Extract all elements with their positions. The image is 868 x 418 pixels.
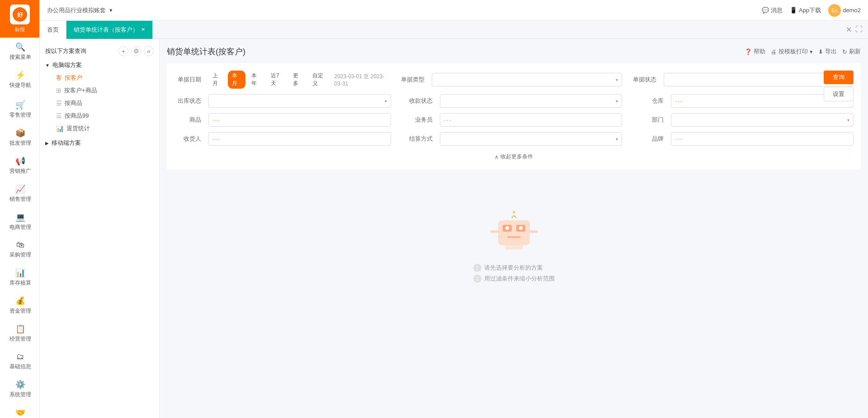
svg-point-11 (513, 211, 515, 214)
sidebar-item-inventory[interactable]: 📊 库存核算 (0, 263, 39, 291)
finance-icon: 💰 (15, 296, 25, 306)
settlement-select[interactable]: ▾ (440, 132, 623, 146)
out-status-select[interactable]: ▾ (208, 94, 391, 108)
filter-area: 查询 设置 单据日期 上月 本月 本年 近7天 更多 自定义 (167, 63, 861, 170)
help-button[interactable]: ❓ 帮助 (745, 48, 765, 56)
receiver-select[interactable]: ··· (208, 132, 391, 146)
sidebar-item-basic[interactable]: 🗂 基础信息 (0, 347, 39, 375)
close-window-icon[interactable]: ✕ (846, 25, 852, 34)
sub-item-icon: ⊞ (56, 87, 61, 94)
tree-item-by-goods-99[interactable]: ☰ 按商品99 (40, 109, 159, 122)
out-status-arrow: ▾ (385, 99, 387, 104)
sales-icon: 📈 (15, 184, 25, 194)
sidebar-item-quick-nav[interactable]: ⚡ 快捷导航 (0, 66, 39, 94)
sidebar-item-wholesale[interactable]: 📦 批发管理 (0, 124, 39, 152)
tab-home[interactable]: 首页 (40, 21, 66, 39)
tree-item-label: 按客户+商品 (64, 86, 97, 95)
date-btn-last-7days[interactable]: 近7天 (267, 71, 287, 89)
page-title-text: 销货单统计表(按客户) (167, 46, 245, 57)
department-select[interactable]: ▾ (671, 113, 854, 127)
app-download-label: App下载 (799, 6, 821, 14)
sidebar-item-finance[interactable]: 💰 资金管理 (0, 291, 39, 319)
date-btn-last-month[interactable]: 上月 (208, 71, 226, 89)
tree-group-desktop[interactable]: ▼ 电脑端方案 (40, 59, 159, 71)
sidebar-item-retail[interactable]: 🛒 零售管理 (0, 95, 39, 124)
sidebar-item-operation[interactable]: 📋 经营管理 (0, 319, 39, 347)
receipt-status-select[interactable]: ▾ (440, 94, 623, 108)
date-btn-this-year[interactable]: 本年 (247, 71, 265, 89)
receiver-label: 收货人 (174, 135, 201, 143)
logo-area: 好 标报 (0, 0, 39, 38)
tree-item-label: 按商品99 (65, 112, 89, 120)
export-button[interactable]: ⬇ 导出 (818, 48, 837, 56)
salesperson-select[interactable]: ··· (440, 113, 623, 127)
collapse-button[interactable]: ∧ 收起更多条件 (489, 151, 538, 162)
query-button[interactable]: 查询 (824, 71, 854, 84)
user-area[interactable]: Ea demo2 (828, 4, 861, 17)
app-download-icon: 📱 (790, 7, 797, 14)
right-content: 销货单统计表(按客户) ❓ 帮助 🖨 按模板打印 ▾ ⬇ 导出 (160, 39, 868, 418)
receiver-dots: ··· (212, 135, 221, 142)
settlement-label: 结算方式 (406, 135, 433, 143)
sidebar-item-label: 采购管理 (9, 251, 31, 259)
tree-item-by-goods[interactable]: ☰ 按商品 (40, 97, 159, 109)
sidebar-item-enterprise[interactable]: 🤝 企业协同 (0, 403, 39, 418)
date-label: 单据日期 (174, 76, 201, 84)
date-shortcuts: 上月 本月 本年 近7天 更多 自定义 2023-03-01 至 2023-03… (208, 71, 390, 89)
tree-arrow-mobile: ▶ (45, 141, 49, 146)
tab-close-icon[interactable]: ✕ (141, 27, 145, 33)
date-btn-custom[interactable]: 自定义 (308, 71, 331, 89)
settings-scheme-button[interactable]: ⚙ (131, 46, 141, 56)
retail-icon: 🛒 (15, 100, 25, 110)
tab-sales-stats[interactable]: 销货单统计表（按客户） ✕ (66, 21, 153, 39)
brand-label: 品牌 (637, 135, 664, 143)
tree-group-mobile[interactable]: ▶ 移动端方案 (40, 137, 159, 149)
message-button[interactable]: 💬 消息 (762, 6, 783, 14)
collapse-label: 收起更多条件 (500, 153, 533, 161)
page-title-actions: ❓ 帮助 🖨 按模板打印 ▾ ⬇ 导出 ↻ 刷新 (745, 48, 861, 56)
order-type-select[interactable]: ▾ (432, 73, 622, 86)
app-download-button[interactable]: 📱 App下载 (790, 6, 821, 14)
filter-row-date: 单据日期 上月 本月 本年 近7天 更多 自定义 2023-03-01 至 20… (174, 71, 854, 89)
tree-item-by-customer-goods[interactable]: ⊞ 按客户+商品 (40, 84, 159, 97)
topbar-dropdown[interactable]: ▾ (109, 7, 113, 14)
content-area: 按以下方案查询 + ⚙ « ▼ 电脑端方案 客 按客户 ⊞ 按客户+商品 (40, 39, 868, 418)
tree-item-return-stats[interactable]: 📊 退货统计 (40, 122, 159, 135)
topbar-left: 办公用品行业模拟账套 ▾ (47, 6, 113, 14)
sidebar-item-search[interactable]: 🔍 搜索菜单 (0, 38, 39, 66)
date-btn-this-month[interactable]: 本月 (228, 71, 245, 89)
empty-hint: 1 请先选择要分析的方案 2 用过滤条件来缩小分析范围 (473, 264, 555, 283)
tree-item-by-customer[interactable]: 客 按客户 (40, 71, 159, 84)
hint-item-1: 1 请先选择要分析的方案 (473, 264, 555, 272)
sidebar-item-purchase[interactable]: 🛍 采购管理 (0, 236, 39, 263)
sidebar-item-sales[interactable]: 📈 销售管理 (0, 180, 39, 208)
tree-item-label: 退货统计 (66, 124, 90, 133)
date-btn-more[interactable]: 更多 (289, 71, 307, 89)
sidebar-item-marketing[interactable]: 📢 营销推广 (0, 152, 39, 180)
tab-sales-stats-label: 销货单统计表（按客户） (74, 26, 138, 34)
sidebar-item-system[interactable]: ⚙️ 系统管理 (0, 375, 39, 403)
main-area: 办公用品行业模拟账套 ▾ 💬 消息 📱 App下载 Ea demo2 首页 销货… (40, 0, 868, 418)
sidebar-item-label: 基础信息 (9, 363, 31, 370)
marketing-icon: 📢 (15, 156, 25, 166)
add-scheme-button[interactable]: + (118, 46, 128, 56)
refresh-button[interactable]: ↻ 刷新 (842, 48, 861, 56)
filter-row-receiver: 收货人 ··· 结算方式 ▾ 品牌 ··· (174, 132, 854, 146)
topbar: 办公用品行业模拟账套 ▾ 💬 消息 📱 App下载 Ea demo2 (40, 0, 868, 21)
help-icon: ❓ (745, 48, 752, 55)
print-label: 按模板打印 (778, 48, 808, 56)
receipt-status-arrow: ▾ (616, 99, 618, 104)
settings-button[interactable]: 设置 (824, 87, 854, 101)
export-label: 导出 (825, 48, 837, 56)
goods-select[interactable]: ··· (208, 113, 391, 127)
print-button[interactable]: 🖨 按模板打印 ▾ (771, 48, 813, 56)
tab-home-label: 首页 (47, 26, 59, 34)
maximize-icon[interactable]: ⛶ (855, 25, 863, 34)
department-label: 部门 (637, 116, 664, 124)
brand-select[interactable]: ··· (671, 132, 854, 146)
svg-point-5 (505, 226, 509, 230)
collapse-panel-button[interactable]: « (144, 46, 154, 56)
message-icon: 💬 (762, 7, 769, 14)
tab-maximize-area: ✕ ⛶ (840, 25, 868, 34)
sidebar-item-ecommerce[interactable]: 💻 电商管理 (0, 208, 39, 236)
